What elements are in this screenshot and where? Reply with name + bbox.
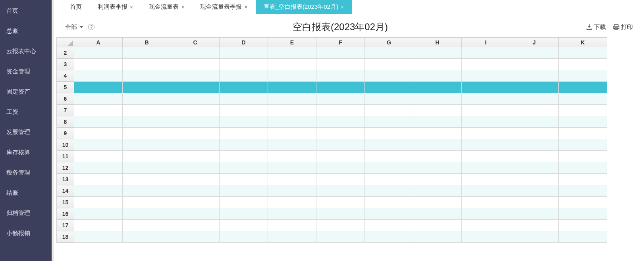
row-header-5[interactable]: 5 (57, 82, 74, 93)
row-header-9[interactable]: 9 (57, 128, 74, 139)
cell-I13[interactable] (462, 174, 510, 185)
sidebar-item-7[interactable]: 库存核算 (0, 142, 52, 163)
help-icon[interactable]: ? (88, 24, 94, 30)
cell-G5[interactable] (365, 82, 413, 93)
cell-G12[interactable] (365, 162, 413, 174)
cell-J8[interactable] (510, 116, 559, 128)
col-header-F[interactable]: F (316, 38, 365, 47)
cell-B13[interactable] (123, 174, 171, 185)
cell-J3[interactable] (510, 59, 559, 70)
close-icon[interactable]: × (244, 4, 247, 10)
cell-J4[interactable] (510, 70, 559, 82)
cell-F13[interactable] (316, 174, 365, 185)
cell-I16[interactable] (462, 208, 510, 220)
cell-A3[interactable] (74, 59, 123, 70)
cell-F2[interactable] (316, 47, 365, 59)
cell-C13[interactable] (171, 174, 220, 185)
tab-4[interactable]: 查看_空白报表(2023年02月)× (256, 0, 352, 14)
cell-F5[interactable] (316, 82, 365, 93)
cell-D12[interactable] (220, 162, 268, 174)
sidebar-item-5[interactable]: 工资 (0, 102, 52, 122)
cell-J7[interactable] (510, 105, 559, 116)
cell-C15[interactable] (171, 197, 220, 208)
cell-H9[interactable] (413, 128, 462, 139)
col-header-G[interactable]: G (365, 38, 413, 47)
col-header-E[interactable]: E (268, 38, 316, 47)
col-header-J[interactable]: J (510, 38, 559, 47)
cell-J11[interactable] (510, 151, 559, 162)
cell-G11[interactable] (365, 151, 413, 162)
cell-F17[interactable] (316, 220, 365, 231)
cell-I7[interactable] (462, 105, 510, 116)
cell-H11[interactable] (413, 151, 462, 162)
cell-J6[interactable] (510, 93, 559, 105)
cell-K16[interactable] (559, 208, 607, 220)
cell-B18[interactable] (123, 231, 171, 243)
row-header-2[interactable]: 2 (57, 47, 74, 59)
cell-I8[interactable] (462, 116, 510, 128)
row-header-14[interactable]: 14 (57, 185, 74, 197)
cell-G10[interactable] (365, 139, 413, 151)
cell-C11[interactable] (171, 151, 220, 162)
cell-H8[interactable] (413, 116, 462, 128)
cell-A6[interactable] (74, 93, 123, 105)
cell-A4[interactable] (74, 70, 123, 82)
cell-K7[interactable] (559, 105, 607, 116)
cell-H3[interactable] (413, 59, 462, 70)
cell-C6[interactable] (171, 93, 220, 105)
cell-J16[interactable] (510, 208, 559, 220)
cell-K18[interactable] (559, 231, 607, 243)
cell-C14[interactable] (171, 185, 220, 197)
cell-K3[interactable] (559, 59, 607, 70)
cell-A15[interactable] (74, 197, 123, 208)
sidebar-item-11[interactable]: 小畅报销 (0, 223, 52, 244)
cell-G2[interactable] (365, 47, 413, 59)
cell-F9[interactable] (316, 128, 365, 139)
cell-B3[interactable] (123, 59, 171, 70)
cell-D13[interactable] (220, 174, 268, 185)
cell-A10[interactable] (74, 139, 123, 151)
col-header-K[interactable]: K (559, 38, 607, 47)
cell-C17[interactable] (171, 220, 220, 231)
row-header-16[interactable]: 16 (57, 208, 74, 220)
cell-C18[interactable] (171, 231, 220, 243)
cell-E13[interactable] (268, 174, 316, 185)
cell-D10[interactable] (220, 139, 268, 151)
cell-I3[interactable] (462, 59, 510, 70)
cell-J2[interactable] (510, 47, 559, 59)
cell-J15[interactable] (510, 197, 559, 208)
cell-E9[interactable] (268, 128, 316, 139)
cell-K15[interactable] (559, 197, 607, 208)
cell-G17[interactable] (365, 220, 413, 231)
cell-A5[interactable] (74, 82, 123, 93)
cell-C9[interactable] (171, 128, 220, 139)
cell-E8[interactable] (268, 116, 316, 128)
tab-0[interactable]: 首页 (62, 0, 90, 14)
cell-F15[interactable] (316, 197, 365, 208)
row-header-15[interactable]: 15 (57, 197, 74, 208)
cell-K11[interactable] (559, 151, 607, 162)
download-button[interactable]: 下载 (586, 23, 606, 31)
cell-B9[interactable] (123, 128, 171, 139)
cell-H16[interactable] (413, 208, 462, 220)
sidebar-item-0[interactable]: 首页 (0, 1, 52, 21)
cell-A9[interactable] (74, 128, 123, 139)
cell-E7[interactable] (268, 105, 316, 116)
cell-I12[interactable] (462, 162, 510, 174)
cell-F4[interactable] (316, 70, 365, 82)
cell-F12[interactable] (316, 162, 365, 174)
spreadsheet[interactable]: ABCDEFGHIJK23456789101112131415161718 (54, 37, 644, 261)
tab-1[interactable]: 利润表季报× (90, 0, 141, 14)
cell-D15[interactable] (220, 197, 268, 208)
close-icon[interactable]: × (130, 4, 133, 10)
cell-D3[interactable] (220, 59, 268, 70)
cell-A12[interactable] (74, 162, 123, 174)
cell-E16[interactable] (268, 208, 316, 220)
cell-G15[interactable] (365, 197, 413, 208)
cell-K13[interactable] (559, 174, 607, 185)
cell-A17[interactable] (74, 220, 123, 231)
cell-E3[interactable] (268, 59, 316, 70)
cell-H12[interactable] (413, 162, 462, 174)
cell-I15[interactable] (462, 197, 510, 208)
sidebar-item-1[interactable]: 总账 (0, 21, 52, 41)
